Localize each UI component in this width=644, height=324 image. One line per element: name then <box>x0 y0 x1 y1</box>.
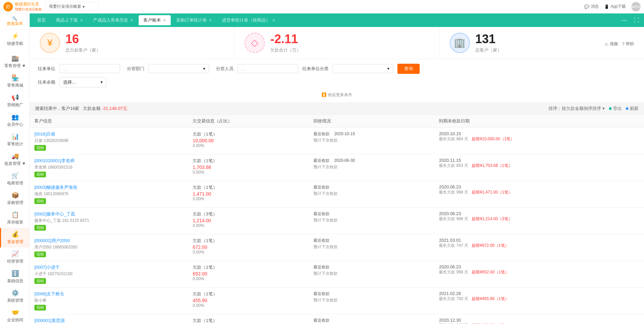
filter-label-dept: 分管部门 <box>124 66 144 72</box>
video-btn[interactable]: ▷ 视频 <box>606 41 618 47</box>
th-customer-info: 客户信息 <box>30 115 188 128</box>
stat-label-debt-customers: 总欠款客户（家） <box>65 47 101 53</box>
sidebar-item-retail-mgmt[interactable]: 🏬 零售管理 ▼ <box>0 52 29 71</box>
filter-select-balance[interactable]: 选择... ▾ <box>59 77 107 87</box>
sidebar-item-quick-nav[interactable]: ⚡ 快捷导航 <box>0 30 29 49</box>
cell-debt-info-1: 欠款（1笔） 1,703.68 0.00% <box>188 154 309 181</box>
sidebar-item-inventory[interactable]: 📋 库存核算 <box>0 208 29 228</box>
store-name-link[interactable]: 母婴行业演示账套 <box>15 7 42 12</box>
chevron-down-balance-icon: ▾ <box>101 80 103 85</box>
store-selector[interactable]: 母婴行业演示账套 ▾ <box>45 2 99 11</box>
filter-label-person: 分管人员 <box>213 66 233 72</box>
overdue-amount-3[interactable]: 超期¥1,214.00（3笔） <box>472 216 512 221</box>
filter-input-person[interactable]: ... <box>237 64 298 73</box>
filter-label-unit-type: 往来单位分类 <box>302 66 329 72</box>
overdue-info-3: 最长欠款 998 天 超期¥1,214.00（3笔） <box>439 216 639 222</box>
tab-inbound-summary[interactable]: 进货单统计表（按商品） ✕ <box>217 15 280 25</box>
filter-input-unit[interactable]: ... <box>59 64 120 73</box>
tab-customer-account[interactable]: 客户账本 ✕ <box>139 15 171 25</box>
sidebar-item-retail-stat[interactable]: 📊 零售统计 <box>0 130 29 150</box>
tab-close-product-listing[interactable]: ✕ <box>80 18 83 23</box>
overdue-amount-2[interactable]: 超期¥1,471.00（1笔） <box>472 190 512 195</box>
search-button[interactable]: 查询 <box>397 64 420 74</box>
sidebar-item-finance[interactable]: 💰 资金管理 <box>0 228 29 247</box>
refresh-btn[interactable]: 刷新 <box>626 106 639 112</box>
table-row: [000002]用户2050 用户2050 18665062050 现销 欠款（… <box>30 234 644 261</box>
tab-home[interactable]: 首页 <box>32 15 51 25</box>
overdue-amount-7[interactable]: 超期¥429.00（1笔） <box>472 323 509 324</box>
debt-amount-3: 1,214.00 <box>193 218 304 223</box>
sidebar-item-basic-info[interactable]: ℹ️ 基础信息 <box>0 267 29 287</box>
help-btn[interactable]: ? 帮助 <box>622 41 634 47</box>
app-download-btn[interactable]: 📱 App下载 <box>604 4 626 9</box>
collapse-btn[interactable]: ⏫ 收起更多条件 <box>321 92 352 98</box>
export-btn[interactable]: 导出 <box>609 106 622 112</box>
table-row: [0003]畅捷服务尹海燕 海燕 18513066976 现销 欠款（1笔） 1… <box>30 181 644 207</box>
next-label-1: 预计下次收款 <box>313 164 429 170</box>
sidebar-item-purchase[interactable]: 📦 采购管理 <box>0 189 29 208</box>
overdue-days-1: 最长欠款 853 天 <box>439 163 470 168</box>
tab-maximize-btn[interactable]: ⛶ <box>632 17 641 24</box>
stat-info-debt-total: -2.11 欠款合计（万） <box>270 32 301 53</box>
inventory-icon: 📋 <box>11 211 19 218</box>
sidebar-item-system[interactable]: ⚙️ 系统管理 <box>0 287 29 306</box>
customer-name-3[interactable]: [0002]服务中心_丁磊 <box>34 211 183 217</box>
overdue-days-2: 最长欠款 998 天 <box>439 190 470 195</box>
retail-stat-icon: 📊 <box>11 133 19 140</box>
overdue-amount-5[interactable]: 超期¥652.00（1笔） <box>472 270 509 274</box>
tab-product-listing[interactable]: 商品上下架 ✕ <box>51 15 88 25</box>
ecommerce-icon: 🛒 <box>11 172 19 179</box>
due-date-0: 2020.10.15 <box>439 131 639 136</box>
sidebar-item-enterprise[interactable]: 🤝 企业协同 <box>0 306 29 324</box>
debt-amount-1: 1,703.68 <box>193 165 304 170</box>
sidebar-item-marketing[interactable]: 📢 营销推广 <box>0 91 29 111</box>
basic-info-icon: ℹ️ <box>11 270 19 277</box>
sidebar-item-wholesale[interactable]: 🚚 批发管理 ▼ <box>0 150 29 169</box>
sort-select[interactable]: 排序：按欠款金额倒序排序 ▾ <box>549 106 605 112</box>
tab-production-history[interactable]: 产成品入库单历史 ✕ <box>88 15 138 25</box>
filter-select-unit-type[interactable]: ▾ <box>333 64 393 73</box>
overdue-days-0: 最长欠款 884 天 <box>439 137 470 141</box>
enterprise-icon: 🤝 <box>11 309 19 316</box>
tab-close-inbound-summary[interactable]: ✕ <box>272 18 275 23</box>
results-actions: 排序：按欠款金额倒序排序 ▾ 导出 刷新 <box>549 106 639 112</box>
due-date-4: 2021.03.01 <box>439 238 639 243</box>
customer-name-4[interactable]: [000002]用户2050 <box>34 238 183 244</box>
tab-purchase-summary[interactable]: 采购订单统计表 ✕ <box>171 15 217 25</box>
quick-nav-icon: ⚡ <box>11 32 19 40</box>
overdue-amount-4[interactable]: 超期¥672.00（1笔） <box>472 243 509 248</box>
sidebar-item-member[interactable]: 👥 会员中心 <box>0 111 29 130</box>
sidebar-item-retail-mall[interactable]: 🏪 零售商城 <box>0 71 29 91</box>
customer-name-0[interactable]: [0016]吕俊 <box>34 131 183 137</box>
customer-name-6[interactable]: [0006]去下粮仓 <box>34 291 183 297</box>
next-label-0: 预计下次收款 <box>313 138 429 143</box>
customer-name-2[interactable]: [0003]畅捷服务尹海燕 <box>34 184 183 190</box>
customer-phone-5: 小进干 18279152100 <box>34 271 183 277</box>
th-debt-info: 欠交易信息（占比） <box>188 115 309 128</box>
customer-name-7[interactable]: [000001]黄思源 <box>34 318 183 324</box>
debt-count-0: 欠款（1笔） <box>193 131 304 137</box>
overdue-amount-0[interactable]: 超期¥10,000.00（1笔） <box>472 137 514 141</box>
recent-label-7: 最近收款 <box>313 318 429 323</box>
customer-phone-1: 李老师 18600391516 <box>34 165 183 170</box>
sidebar-search[interactable]: 🔍 搜索菜单 <box>0 13 29 30</box>
avatar[interactable]: demo2 <box>631 2 641 11</box>
due-date-6: 2021.02.26 <box>439 291 639 296</box>
sidebar-item-ecommerce[interactable]: 🛒 电商管理 <box>0 169 29 189</box>
tab-close-customer-account[interactable]: ✕ <box>163 18 166 23</box>
filter-select-dept[interactable]: ▾ <box>148 64 209 73</box>
overdue-amount-1[interactable]: 超期¥1,703.68（1笔） <box>472 163 512 168</box>
tab-close-production-history[interactable]: ✕ <box>130 18 133 23</box>
stat-icon-debt: ¥ <box>40 33 60 53</box>
cell-recovery-6: 最近收款 预计下次收款 <box>309 287 434 314</box>
overdue-amount-6[interactable]: 超期¥455.90（1笔） <box>472 296 509 301</box>
tab-minimize-btn[interactable]: — <box>620 17 629 24</box>
customer-name-1[interactable]: [0001020001]李老师 <box>34 158 183 164</box>
customer-name-5[interactable]: [0007]小进干 <box>34 264 183 270</box>
stat-icon-debt-total: ◇ <box>245 33 265 53</box>
message-btn[interactable]: 💬 消息 <box>584 4 599 9</box>
tab-close-purchase-summary[interactable]: ✕ <box>209 18 212 23</box>
overdue-info-1: 最长欠款 853 天 超期¥1,703.68（1笔） <box>439 163 639 169</box>
sidebar-item-operations[interactable]: 📈 经营管理 <box>0 247 29 267</box>
cell-debt-info-3: 欠款（3笔） 1,214.00 0.00% <box>188 207 309 234</box>
